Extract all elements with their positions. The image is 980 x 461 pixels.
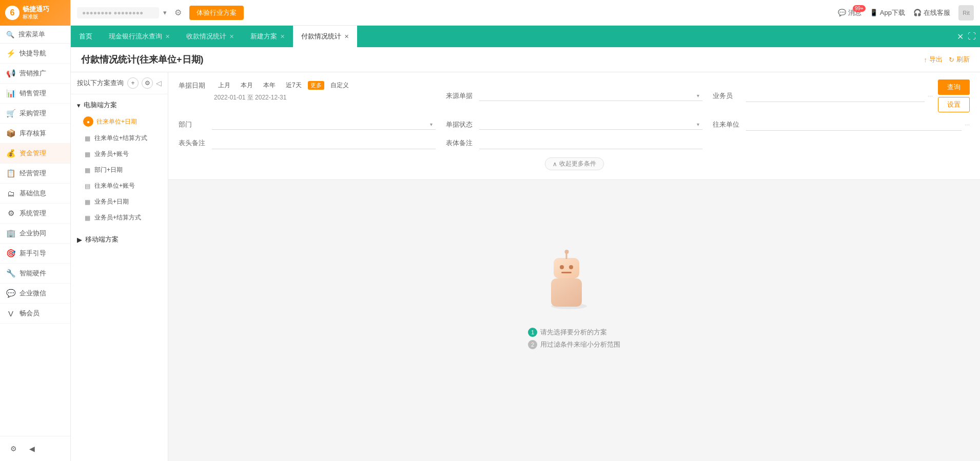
tabbar-right: ✕ ⛶ xyxy=(957,32,980,42)
tab-bank[interactable]: 现金银行流水查询 ✕ xyxy=(101,26,178,47)
sidebar-item-inventory[interactable]: 📦 库存核算 xyxy=(0,124,70,144)
export-btn[interactable]: ↑ 导出 xyxy=(924,55,943,64)
tab-bank-close[interactable]: ✕ xyxy=(165,33,170,40)
desktop-section-header[interactable]: ▾ 电脑端方案 xyxy=(71,97,168,113)
content-area: 按以下方案查询 + ⚙ ◁ ▾ 电脑端方案 ● xyxy=(71,72,980,461)
robot-left-eye xyxy=(560,265,564,269)
header-note-input[interactable] xyxy=(212,137,436,149)
robot-mouth xyxy=(561,272,572,273)
date-btn-this-month[interactable]: 本月 xyxy=(237,79,257,91)
tab-new-scheme[interactable]: 新建方案 ✕ xyxy=(242,26,293,47)
address-dropdown-arrow[interactable]: ▾ xyxy=(163,9,167,16)
date-btn-custom[interactable]: 自定义 xyxy=(326,79,353,91)
scheme-collapse-btn[interactable]: ◁ xyxy=(156,79,162,87)
logo-text-group: 畅捷通巧 标准版 xyxy=(23,5,49,21)
date-label: 单据日期 xyxy=(179,81,212,90)
basic-icon: 🗂 xyxy=(6,189,15,198)
scheme-item-unit-settlement[interactable]: ▦ 往来单位+结算方式 xyxy=(71,130,168,146)
source-select[interactable]: ▾ xyxy=(479,91,703,101)
dept-select[interactable]: ▾ xyxy=(212,119,436,130)
operation-icon: 📋 xyxy=(6,169,15,178)
desktop-section-arrow: ▾ xyxy=(77,102,81,109)
scheme-item-sales-settlement[interactable]: ▦ 业务员+结算方式 xyxy=(71,210,168,226)
guide-icon: 🎯 xyxy=(6,249,15,258)
tab-new-scheme-close[interactable]: ✕ xyxy=(280,33,285,40)
sidebar-item-guide[interactable]: 🎯 新手引导 xyxy=(0,244,70,264)
empty-tip-2: 2 用过滤条件来缩小分析范围 xyxy=(528,340,620,349)
sidebar-item-sales[interactable]: 📊 销售管理 xyxy=(0,84,70,104)
collapse-filter-btn[interactable]: ∧ 收起更多条件 xyxy=(545,157,604,170)
refresh-btn[interactable]: ↻ 刷新 xyxy=(949,55,970,64)
sidebar-item-system[interactable]: ⚙ 系统管理 xyxy=(0,204,70,224)
app-download-btn[interactable]: 📱 App下载 xyxy=(870,8,905,17)
page-content: 付款情况统计(往来单位+日期) ↑ 导出 ↻ 刷新 按以下方案查询 + xyxy=(71,47,980,461)
mobile-schemes-section: ▶ 移动端方案 xyxy=(71,229,168,250)
dept-select-arrow: ▾ xyxy=(430,122,433,127)
scheme-panel: 按以下方案查询 + ⚙ ◁ ▾ 电脑端方案 ● xyxy=(71,72,168,461)
source-filter-group: 来源单据 ▾ xyxy=(446,79,703,112)
collapse-sidebar-btn[interactable]: ◀ xyxy=(25,442,39,456)
robot-antenna xyxy=(566,253,567,259)
sidebar-item-shortcut[interactable]: ⚡ 快捷导航 xyxy=(0,44,70,64)
settings-bottom-btn[interactable]: ⚙ xyxy=(6,442,21,456)
sidebar-item-marketing[interactable]: 📢 营销推广 xyxy=(0,64,70,84)
robot-head xyxy=(554,258,579,278)
tab-receipts-close[interactable]: ✕ xyxy=(229,33,234,40)
body-note-label: 表体备注 xyxy=(446,138,479,148)
tabbar-expand-btn[interactable]: ⛶ xyxy=(968,32,976,41)
company-icon: 🏢 xyxy=(6,229,15,238)
date-btn-last-month[interactable]: 上月 xyxy=(214,79,234,91)
topbar-gear-btn[interactable]: ⚙ xyxy=(171,6,185,20)
doc-status-select-arrow: ▾ xyxy=(697,122,699,127)
tab-home[interactable]: 首页 xyxy=(71,26,101,47)
filter-results: 单据日期 上月 本月 本年 近7天 更多 自定义 2022-01-01 至 20… xyxy=(168,72,980,461)
settings-btn[interactable]: 设置 xyxy=(938,97,970,112)
messages-btn[interactable]: 💬 消息 99+ xyxy=(838,8,861,17)
member-icon: V xyxy=(6,309,15,318)
message-icon: 💬 xyxy=(838,9,846,16)
sidebar-item-wechat[interactable]: 💬 企业微信 xyxy=(0,284,70,304)
scheme-item-unit-date[interactable]: ● 往来单位+日期 xyxy=(71,113,168,130)
doc-status-label: 单据状态 xyxy=(446,120,479,129)
date-btn-this-year[interactable]: 本年 xyxy=(259,79,280,91)
scheme-item-sales-date[interactable]: ▦ 业务员+日期 xyxy=(71,194,168,210)
table-icon-2: ▦ xyxy=(83,150,91,158)
query-btn[interactable]: 查询 xyxy=(938,79,970,95)
search-menu[interactable]: 🔍 搜索菜单 xyxy=(0,26,70,44)
scheme-item-dept-date[interactable]: ▦ 部门+日期 xyxy=(71,162,168,178)
date-btn-7days[interactable]: 近7天 xyxy=(282,79,306,91)
sidebar: 6 畅捷通巧 标准版 🔍 搜索菜单 ⚡ 快捷导航 📢 营销推广 📊 销售管理 🛒… xyxy=(0,0,71,461)
doc-status-select[interactable]: ▾ xyxy=(479,119,703,130)
sidebar-item-company[interactable]: 🏢 企业协同 xyxy=(0,224,70,244)
tab-payments-close[interactable]: ✕ xyxy=(344,33,349,40)
dept-filter-group: 部门 ▾ xyxy=(179,118,436,131)
export-icon: ↑ xyxy=(924,56,928,64)
filter-row-1: 单据日期 上月 本月 本年 近7天 更多 自定义 2022-01-01 至 20… xyxy=(179,79,970,112)
user-avatar[interactable]: Rit xyxy=(958,5,974,21)
scheme-header: 按以下方案查询 + ⚙ ◁ xyxy=(71,72,168,94)
tab-payments[interactable]: 付款情况统计 ✕ xyxy=(293,26,357,47)
sidebar-item-operation[interactable]: 📋 经营管理 xyxy=(0,164,70,184)
sidebar-item-capital[interactable]: 💰 资金管理 xyxy=(0,144,70,164)
tabbar-close-btn[interactable]: ✕ xyxy=(957,32,964,42)
counterparty-input[interactable] xyxy=(746,118,962,131)
salesperson-input[interactable] xyxy=(746,90,925,102)
scheme-item-unit-account[interactable]: ▤ 往来单位+账号 xyxy=(71,178,168,194)
trial-btn[interactable]: 体验行业方案 xyxy=(189,6,244,20)
tab-receipts[interactable]: 收款情况统计 ✕ xyxy=(178,26,242,47)
filter-panel: 单据日期 上月 本月 本年 近7天 更多 自定义 2022-01-01 至 20… xyxy=(168,72,980,180)
sidebar-item-purchase[interactable]: 🛒 采购管理 xyxy=(0,104,70,124)
scheme-item-sales-account[interactable]: ▦ 业务员+账号 xyxy=(71,146,168,162)
mobile-section-header[interactable]: ▶ 移动端方案 xyxy=(71,232,168,247)
sidebar-item-member[interactable]: V 畅会员 xyxy=(0,304,70,324)
date-btn-more[interactable]: 更多 xyxy=(308,81,324,90)
robot-body xyxy=(551,278,582,307)
address-bar[interactable]: ●●●●●●●● ●●●●●●●● xyxy=(77,7,159,18)
service-btn[interactable]: 🎧 在线客服 xyxy=(913,8,950,17)
add-scheme-btn[interactable]: + xyxy=(127,77,139,89)
sidebar-item-hardware[interactable]: 🔧 智能硬件 xyxy=(0,264,70,284)
sidebar-item-basic[interactable]: 🗂 基础信息 xyxy=(0,184,70,204)
refresh-icon: ↻ xyxy=(949,56,954,64)
body-note-input[interactable] xyxy=(479,137,703,149)
scheme-settings-btn[interactable]: ⚙ xyxy=(142,77,153,89)
